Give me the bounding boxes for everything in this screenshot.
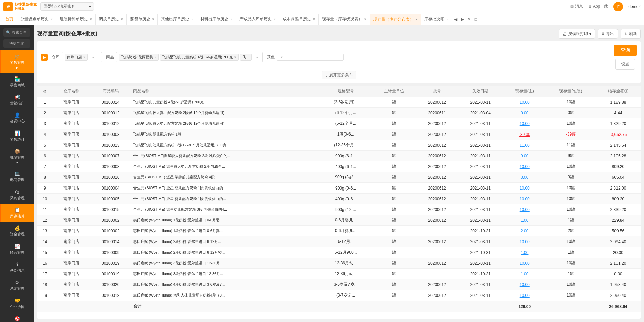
tab-stock-status[interactable]: 现存量（库存状况表） × (319, 14, 370, 25)
cell-name: 惠氏启赋 (Wyeth illuma) 3段奶粉 爱尔兰进口 12-36月... (131, 258, 320, 269)
chevron-down-icon: ▾ (589, 32, 591, 36)
tab-close-stock-dist[interactable]: × (416, 18, 418, 21)
tab-material-out[interactable]: 材料出库单历史 × (197, 14, 236, 25)
sidebar-item-operations[interactable]: 📈 经营管理 (0, 240, 34, 258)
tab-product-in[interactable]: 产成品入库单历史 × (236, 14, 279, 25)
sidebar-item-member[interactable]: 👤 会员中心 (0, 109, 34, 127)
tab-home[interactable]: 首页 (2, 14, 17, 25)
cell-balance: 509.56 (596, 226, 641, 236)
stock-main-link[interactable]: 10.00 (520, 100, 530, 105)
product-filter: 商品 飞鹤奶粉3段两提装 × 飞鹤星飞帆 儿童奶粉 4段(3-6岁适用) 700… (106, 52, 263, 62)
cell-unit: 罐 (372, 194, 417, 204)
tab-close-split-count[interactable]: × (51, 17, 53, 21)
tab-cost-adjust[interactable]: 成本调整单历史 × (279, 14, 319, 25)
tab-other-out[interactable]: 其他出库单历史 × (158, 14, 197, 25)
tab-prev-button[interactable]: ◀ (452, 13, 459, 25)
footer-label: 合计 (131, 301, 320, 312)
tab-maximize-button[interactable]: □ (472, 13, 479, 25)
tab-dismantle[interactable]: 组装拆卸单历史 × (56, 14, 96, 25)
sidebar-search-button[interactable]: 🔍 搜索英单 (3, 28, 30, 37)
cell-unit: 罐 (372, 269, 417, 279)
tab-requisition[interactable]: 要货单历史 × (127, 14, 158, 25)
sidebar-item-inventory[interactable]: 📋 库存核算 (0, 204, 34, 222)
sidebar-item-marketing[interactable]: 📢 营销推广 (0, 91, 34, 109)
tab-close-cost-adjust[interactable]: × (313, 17, 315, 21)
stock-main-link[interactable]: 10.00 (520, 239, 530, 244)
tab-close-other-out[interactable]: × (191, 17, 193, 21)
product-input[interactable]: 飞鹤奶粉3段两提装 × 飞鹤星飞帆 儿童奶粉 4段(3-6岁适用) 700克 ×… (116, 52, 263, 62)
tab-close-requisition[interactable]: × (152, 17, 154, 21)
stock-main-link[interactable]: 10.00 (520, 186, 530, 191)
warehouse-tag-close[interactable]: × (83, 55, 85, 59)
tab-close-batch-ledger[interactable]: × (446, 17, 448, 21)
sidebar-item-purchase[interactable]: 🛍 采购管理 (0, 186, 34, 204)
stock-main-link[interactable]: 1.00 (521, 218, 528, 223)
org-selector[interactable]: 母婴行业演示账套 ▾ (40, 2, 94, 11)
sidebar-item-retail[interactable]: 🛒 零售管理 ▶ (0, 50, 34, 73)
setting-button[interactable]: 设置 (615, 59, 635, 70)
cell-expire: 2021-03-11 (458, 129, 503, 140)
cell-no: 3 (37, 118, 53, 129)
export-button[interactable]: ⬇ 导出 (598, 29, 618, 39)
sidebar-item-finance[interactable]: 💰 资金管理 (0, 222, 34, 240)
stock-main-link[interactable]: 11.00 (520, 143, 530, 148)
tab-close-picking[interactable]: × (121, 17, 123, 21)
cell-no: 1 (37, 97, 53, 108)
cell-balance: 2,060.40 (596, 290, 641, 301)
stock-main-link[interactable]: -39.00 (519, 132, 530, 137)
stock-main-link[interactable]: 10.00 (520, 293, 530, 298)
stock-main-link[interactable]: 10.00 (520, 121, 530, 126)
refresh-button[interactable]: ↻ 刷新 (621, 29, 641, 39)
col-settings[interactable]: ⚙ (37, 86, 53, 97)
stock-main-link[interactable]: 2.00 (521, 229, 528, 233)
messages-button[interactable]: ✉ 消息 (570, 4, 583, 9)
expand-more-button[interactable]: ⌄ 展开更多条件 (322, 71, 356, 79)
stock-main-link[interactable]: 1.00 (521, 272, 528, 276)
tab-picking[interactable]: 调拨单历史 × (96, 14, 127, 25)
cell-unit: 罐 (372, 290, 417, 301)
product-more-button[interactable]: ··· (254, 55, 258, 60)
wholesale-icon: 📦 (14, 149, 20, 154)
tab-close-dismantle[interactable]: × (90, 17, 92, 21)
app-download-button[interactable]: ⬇ App下载 (588, 4, 608, 9)
product-tag-1-close[interactable]: × (234, 55, 236, 59)
sidebar-item-enterprise[interactable]: 🤝 企业协同 (0, 294, 34, 313)
template-print-button[interactable]: 🖨 按模板打印 ▾ (559, 29, 595, 39)
cell-batch: 20200612 (417, 97, 458, 108)
sidebar-nav-button[interactable]: 快捷导航 (3, 39, 30, 48)
stock-main-link[interactable]: 10.00 (520, 197, 530, 201)
sidebar-item-wholesale[interactable]: 📦 批发管理 ▼ (0, 145, 34, 168)
warehouse-input[interactable]: 南岸门店 × ··· (62, 52, 102, 62)
tab-close-product-in[interactable]: × (274, 17, 276, 21)
tab-close-all-button[interactable]: × (466, 13, 472, 25)
tab-close-material-out[interactable]: × (230, 17, 232, 21)
query-button[interactable]: 查询 (614, 45, 637, 56)
product-tag-0-close[interactable]: × (154, 55, 156, 59)
color-input[interactable]: ▾ (277, 54, 344, 61)
stock-main-link[interactable]: 10.00 (520, 282, 530, 287)
sidebar-item-system[interactable]: ⚙ 系统管理 (0, 276, 34, 294)
stock-main-link[interactable]: 0.00 (521, 111, 528, 115)
stock-main-link[interactable]: 10.00 (520, 164, 530, 169)
sidebar-item-new-guide[interactable]: 🎯 新手引导 (0, 313, 34, 322)
stock-main-link[interactable]: 3.00 (521, 175, 528, 180)
sidebar-item-retail-mall[interactable]: 🏪 零售商城 (0, 73, 34, 91)
cell-batch: 20200612 (417, 129, 458, 140)
tab-next-button[interactable]: ▶ (459, 13, 466, 25)
export-icon: ⬇ (601, 32, 605, 36)
filter-expand-arrow[interactable]: ▶ (41, 54, 48, 61)
sidebar-item-basic-info[interactable]: ℹ 基础信息 (0, 258, 34, 276)
cell-balance: 4.44 (596, 108, 641, 118)
tab-split-count[interactable]: 分量盘点单历史 × (17, 14, 56, 25)
warehouse-more-button[interactable]: ··· (90, 55, 94, 60)
stock-main-link[interactable]: 9.00 (521, 154, 528, 158)
tab-stock-dist[interactable]: 现存量（库存分布表） × (370, 14, 421, 25)
tab-batch-ledger[interactable]: 库存批次账 × (421, 14, 452, 25)
tab-close-stock-status[interactable]: × (364, 17, 366, 21)
sidebar-item-retail-stats[interactable]: 📊 零售统计 (0, 127, 34, 145)
stock-main-link[interactable]: 1.00 (521, 250, 528, 255)
sidebar-item-ecommerce[interactable]: 💻 电商管理 (0, 168, 34, 186)
stock-main-link[interactable]: 10.00 (520, 207, 530, 212)
stock-main-link[interactable]: 10.00 (520, 261, 530, 266)
cell-name: 合生元 (BIOSTIME) 派星较大婴儿配方奶粉 2段 乳铁蛋... (131, 161, 320, 172)
